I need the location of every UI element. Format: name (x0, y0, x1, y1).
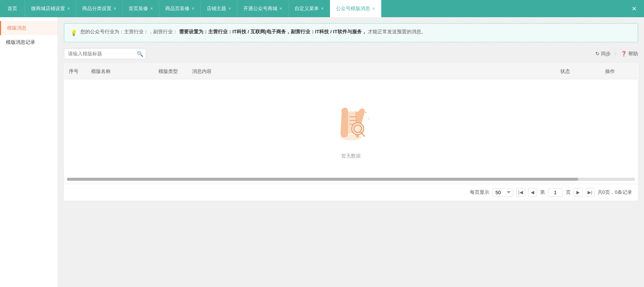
empty-text: 暂无数据 (341, 153, 361, 159)
sidebar-item-template-msg-log[interactable]: 模版消息记录 (0, 35, 58, 49)
tab-bar: 首页微商城店铺设置×商品分类设置×首页装修×商品页装修×店铺主题×开通公众号商城… (0, 0, 644, 17)
sync-label: 同步 (601, 51, 611, 57)
scroll-bar-row (64, 175, 638, 184)
svg-text:✦: ✦ (368, 117, 370, 120)
page-prefix: 第 (540, 189, 545, 196)
col-actions: 操作 (601, 64, 638, 79)
help-label: 帮助 (628, 51, 638, 57)
tab-item-template-msg[interactable]: 公众号模版消息× (330, 0, 381, 17)
tab-item-store-theme[interactable]: 店铺主题× (201, 0, 237, 17)
toolbar-divider: | (615, 51, 616, 57)
tab-item-store-settings[interactable]: 微商城店铺设置× (25, 0, 76, 17)
search-row: 🔍 ↻ 同步 | ❓ 帮助 (64, 48, 638, 59)
tab-item-product-decor[interactable]: 商品页装修× (159, 0, 201, 17)
page-size-select[interactable]: 102050100 (492, 188, 513, 197)
tab-close-custom-menu[interactable]: × (321, 6, 324, 11)
content-area: 💡 您的公众号行业为：主营行业：，副营行业： 需要设置为：主营行业：IT科技 /… (58, 17, 644, 287)
svg-line-6 (361, 132, 364, 136)
total-text: 共0页，0条记录 (598, 189, 632, 196)
search-wrap: 🔍 (64, 48, 146, 59)
empty-state-row: ✦ ✦ 暂无数据 (64, 79, 638, 175)
page-first-icon[interactable]: |◀ (516, 188, 525, 197)
notice-highlight: 需要设置为：主营行业：IT科技 / 互联网|电子商务，副营行业：IT科技 / I… (179, 29, 367, 34)
toolbar-right: ↻ 同步 | ❓ 帮助 (595, 51, 638, 57)
col-content: 消息内容 (188, 64, 556, 79)
tab-close-store-theme[interactable]: × (228, 6, 231, 11)
help-icon: ❓ (621, 51, 627, 57)
page-prev-icon[interactable]: ◀ (528, 188, 537, 197)
sidebar-item-template-msg[interactable]: 模版消息 (0, 21, 58, 35)
tab-item-home[interactable]: 首页 (0, 0, 25, 17)
bulb-icon: 💡 (70, 28, 77, 37)
scroll-track[interactable] (67, 178, 635, 181)
tab-item-home-decor[interactable]: 首页装修× (123, 0, 159, 17)
tab-close-template-msg[interactable]: × (372, 6, 375, 11)
empty-illustration: ✦ ✦ (329, 102, 373, 147)
scroll-thumb[interactable] (67, 178, 578, 181)
tab-close-category-settings[interactable]: × (114, 6, 116, 11)
sync-icon: ↻ (595, 51, 600, 57)
sync-button[interactable]: ↻ 同步 (595, 51, 611, 57)
col-type: 模版类型 (154, 64, 188, 79)
page-last-icon[interactable]: ▶| (586, 188, 595, 197)
tab-close-open-mall[interactable]: × (280, 6, 282, 11)
tab-close-store-settings[interactable]: × (67, 6, 70, 11)
tab-item-category-settings[interactable]: 商品分类设置× (76, 0, 123, 17)
notice-text: 您的公众号行业为：主营行业：，副营行业： 需要设置为：主营行业：IT科技 / 互… (80, 28, 426, 36)
page-next-icon[interactable]: ▶ (574, 188, 583, 197)
data-table: 序号模版名称模版类型消息内容状态操作 (64, 64, 638, 175)
table-header-row: 序号模版名称模版类型消息内容状态操作 (64, 64, 638, 79)
notice-banner: 💡 您的公众号行业为：主营行业：，副营行业： 需要设置为：主营行业：IT科技 /… (64, 23, 638, 42)
search-icon[interactable]: 🔍 (137, 51, 143, 57)
tab-close-home-decor[interactable]: × (150, 6, 153, 11)
col-status: 状态 (556, 64, 601, 79)
help-button[interactable]: ❓ 帮助 (621, 51, 638, 57)
search-input[interactable] (64, 48, 146, 59)
tab-item-open-mall[interactable]: 开通公众号商城× (237, 0, 289, 17)
page-label: 页 (566, 189, 571, 196)
main-layout: 模版消息模版消息记录 💡 您的公众号行业为：主营行业：，副营行业： 需要设置为：… (0, 17, 644, 287)
svg-text:✦: ✦ (364, 110, 367, 115)
empty-state: ✦ ✦ 暂无数据 (64, 79, 638, 174)
page-input[interactable] (548, 188, 563, 197)
pagination-row: 每页显示 102050100 |◀ ◀ 第 页 ▶ ▶| 共0页，0条记录 (64, 184, 638, 201)
col-name: 模版名称 (87, 64, 154, 79)
col-index: 序号 (64, 64, 87, 79)
sidebar: 模版消息模版消息记录 (0, 17, 58, 287)
page-size-label: 每页显示 (470, 189, 489, 196)
global-close-button[interactable]: ✕ (624, 0, 644, 17)
tab-item-custom-menu[interactable]: 自定义菜单× (289, 0, 330, 17)
tab-close-product-decor[interactable]: × (192, 6, 194, 11)
